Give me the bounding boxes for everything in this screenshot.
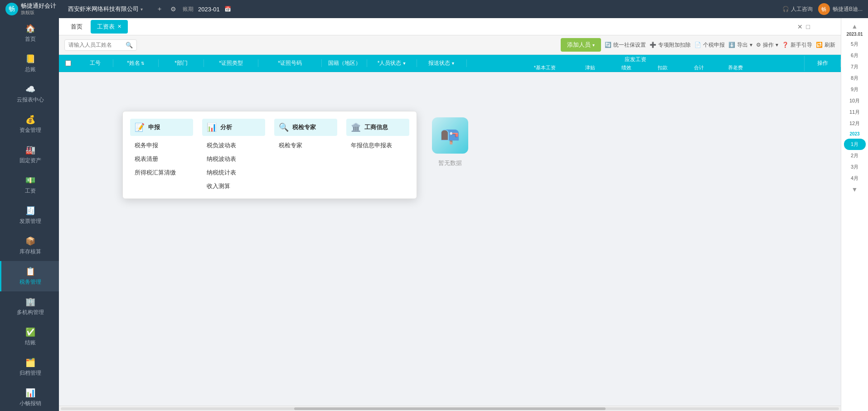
export-label: 导出 xyxy=(737,41,748,49)
th-name[interactable]: *姓名 ⇅ xyxy=(113,59,159,67)
beginner-guide-button[interactable]: ❓ 新手引导 xyxy=(782,41,812,49)
export-arrow-icon: ▾ xyxy=(750,42,752,48)
sidebar-item-tax[interactable]: 📋 税务管理 xyxy=(0,261,59,291)
menu-item-income-tax-settlement[interactable]: 所得税汇算清缴 xyxy=(135,168,189,178)
tab-home[interactable]: 首页 xyxy=(64,20,89,34)
calendar-prev-button[interactable]: ▲ xyxy=(849,21,860,32)
special-deduction-button[interactable]: ➕ 专项附加扣除 xyxy=(650,41,691,49)
search-input[interactable] xyxy=(68,42,123,48)
right-calendar-panel: ▲ 2023.01 5月 6月 7月 8月 9月 10月 11月 12月 202… xyxy=(841,18,868,411)
declaration-icon: 📝 xyxy=(135,122,145,132)
individual-tax-button[interactable]: 📄 个税申报 xyxy=(694,41,725,49)
calendar-month-12[interactable]: 12月 xyxy=(844,118,866,129)
table-header: 工号 *姓名 ⇅ *部门 *证照类型 *证照号码 国籍（地区） *人员状态 ▼ xyxy=(59,55,841,72)
menu-item-tax-statistics[interactable]: 纳税统计表 xyxy=(207,168,261,178)
menu-item-annual-report[interactable]: 年报信息申报表 xyxy=(351,140,405,150)
th-report-status[interactable]: 报送状态 ▼ xyxy=(417,59,467,67)
tab-bar: 首页 工资表 ✕ ✕ □ xyxy=(59,18,841,35)
calendar-icon[interactable]: 📅 xyxy=(224,6,231,12)
add-person-button[interactable]: 添加人员 ▾ xyxy=(561,38,601,52)
th-id-type: *证照类型 xyxy=(204,59,258,67)
tab-close-icon[interactable]: ✕ xyxy=(117,24,121,29)
name-sort-icon: ⇅ xyxy=(141,61,145,66)
calendar-month-9[interactable]: 9月 xyxy=(844,84,866,95)
calendar-month-10[interactable]: 10月 xyxy=(844,95,866,106)
close-window-button[interactable]: ✕ xyxy=(797,23,803,30)
company-selector[interactable]: 西安虾米网络科技有限公司 ▾ xyxy=(64,5,146,13)
menu-item-income-estimation[interactable]: 收入测算 xyxy=(207,181,261,191)
section-items-business-info: 年报信息申报表 xyxy=(346,140,409,150)
table-body: 📝 申报 税务申报 税表清册 所得税汇算清缴 📊 分析 xyxy=(59,72,841,406)
th-operations: 操作 xyxy=(805,59,841,67)
sidebar-item-multi-org[interactable]: 🏢 多机构管理 xyxy=(0,291,59,322)
guide-icon: ❓ xyxy=(782,42,789,48)
sidebar-label-inventory: 库存核算 xyxy=(19,248,41,256)
toolbar-actions: 添加人员 ▾ 🔄 统一社保设置 ➕ 专项附加扣除 📄 个税申报 ⬇️ 导 xyxy=(561,38,835,52)
section-title-tax-expert: 税检专家 xyxy=(292,123,316,131)
settings-icon[interactable]: ⚙ xyxy=(168,4,178,14)
calendar-next-button[interactable]: ▼ xyxy=(849,184,860,195)
search-input-wrapper: 🔍 xyxy=(64,39,137,51)
sidebar-item-report[interactable]: 📊 小畅报销 xyxy=(0,382,59,411)
export-icon: ⬇️ xyxy=(728,42,735,48)
user-area[interactable]: 畅 畅捷通B迪... xyxy=(818,3,863,15)
sidebar-item-closing[interactable]: ✅ 结账 xyxy=(0,322,59,352)
sidebar-item-archive[interactable]: 🗂️ 归档管理 xyxy=(0,352,59,382)
menu-item-tax-payment-fluctuation[interactable]: 纳税波动表 xyxy=(207,154,261,164)
menu-item-tax-expert[interactable]: 税检专家 xyxy=(279,140,333,150)
search-toolbar: 🔍 添加人员 ▾ 🔄 统一社保设置 ➕ 专项附加扣除 📄 个税申报 xyxy=(59,35,841,55)
scrollbar-thumb[interactable] xyxy=(294,407,606,410)
sidebar-item-fixed-assets[interactable]: 🏭 固定资产 xyxy=(0,140,59,170)
calendar-month-4[interactable]: 4月 xyxy=(844,173,866,184)
business-info-icon: 🏛️ xyxy=(351,122,361,132)
service-label: 人工咨询 xyxy=(791,5,813,13)
tax-expert-icon: 🔍 xyxy=(279,122,289,132)
section-header-declaration: 📝 申报 xyxy=(130,119,193,136)
refresh-button[interactable]: 🔁 刷新 xyxy=(816,41,835,49)
th-checkbox[interactable] xyxy=(59,60,77,66)
add-company-button[interactable]: ＋ xyxy=(155,4,165,14)
calendar-month-8[interactable]: 8月 xyxy=(844,73,866,84)
search-icon[interactable]: 🔍 xyxy=(126,42,133,48)
tab-payroll-table[interactable]: 工资表 ✕ xyxy=(91,20,128,34)
sidebar-item-fund[interactable]: 💰 资金管理 xyxy=(0,109,59,140)
export-button[interactable]: ⬇️ 导出 ▾ xyxy=(728,41,752,49)
analysis-icon: 📊 xyxy=(207,122,217,132)
menu-item-tax-burden[interactable]: 税负波动表 xyxy=(207,140,261,150)
inventory-icon: 📦 xyxy=(25,236,35,246)
calendar-month-11[interactable]: 11月 xyxy=(844,106,866,118)
tab-payroll-label: 工资表 xyxy=(97,23,115,31)
add-person-label: 添加人员 xyxy=(567,41,591,49)
menu-item-tax-declaration[interactable]: 税务申报 xyxy=(135,140,189,150)
operations-icon: ⚙ xyxy=(756,42,761,48)
sidebar-item-ledger[interactable]: 📒 总账 xyxy=(0,48,59,79)
th-employee-id: 工号 xyxy=(77,59,113,67)
social-insurance-button[interactable]: 🔄 统一社保设置 xyxy=(605,41,646,49)
sidebar-item-inventory[interactable]: 📦 库存核算 xyxy=(0,231,59,261)
operations-button[interactable]: ⚙ 操作 ▾ xyxy=(756,41,778,49)
restore-window-button[interactable]: □ xyxy=(806,23,810,30)
sidebar-item-home[interactable]: 🏠 首页 xyxy=(0,18,59,48)
tax-icon: 📋 xyxy=(25,266,35,276)
section-title-business-info: 工商信息 xyxy=(364,123,388,131)
period-value: 2023-01 xyxy=(198,6,220,13)
operations-arrow-icon: ▾ xyxy=(776,42,778,48)
sidebar-item-invoice[interactable]: 🧾 发票管理 xyxy=(0,200,59,231)
calendar-month-7[interactable]: 7月 xyxy=(844,61,866,73)
top-bar-actions: ＋ ⚙ xyxy=(155,4,178,14)
calendar-month-2[interactable]: 2月 xyxy=(844,150,866,161)
calendar-month-1[interactable]: 1月 xyxy=(844,139,866,150)
sidebar-item-cloud-report[interactable]: ☁️ 云报表中心 xyxy=(0,79,59,109)
sidebar-item-payroll[interactable]: 💵 工资 xyxy=(0,170,59,200)
select-all-checkbox[interactable] xyxy=(65,60,71,66)
horizontal-scrollbar[interactable] xyxy=(59,406,841,411)
service-button[interactable]: 🎧 人工咨询 xyxy=(782,5,813,13)
calendar-month-6[interactable]: 6月 xyxy=(844,50,866,61)
tab-home-label: 首页 xyxy=(71,23,82,31)
scrollbar-track[interactable] xyxy=(61,407,839,410)
calendar-month-5[interactable]: 5月 xyxy=(844,39,866,50)
th-status[interactable]: *人员状态 ▼ xyxy=(367,59,417,67)
dropdown-section-analysis: 📊 分析 税负波动表 纳税波动表 纳税统计表 收入测算 xyxy=(202,119,265,191)
calendar-month-3[interactable]: 3月 xyxy=(844,161,866,173)
menu-item-tax-table[interactable]: 税表清册 xyxy=(135,154,189,164)
